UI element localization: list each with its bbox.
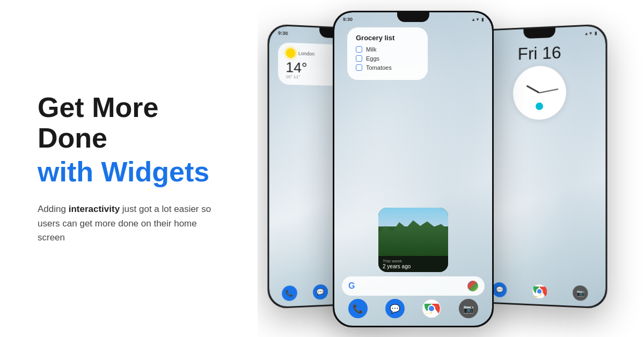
time-left: 9:30 (278, 30, 288, 36)
photo-widget: This week 2 years ago (378, 208, 448, 272)
clock-dot (536, 102, 543, 110)
time-center: 9:30 (343, 17, 353, 22)
grocery-tomatoes: Tomatoes (366, 64, 392, 71)
chrome-icon-center (422, 299, 441, 318)
left-section: Get More Done with Widgets Adding intera… (0, 60, 258, 277)
dock-phone-center[interactable]: 📞 (348, 299, 368, 318)
clock-face (513, 65, 566, 120)
search-bar-center[interactable]: G (342, 276, 485, 296)
clock-widget: Fri 16 (481, 42, 600, 124)
phone-icon-left: 📞 (285, 289, 293, 297)
grocery-milk: Milk (366, 46, 377, 53)
clock-hour-hand (526, 85, 539, 93)
camera-icon-center: 📷 (463, 304, 474, 314)
assistant-button-center[interactable] (467, 281, 478, 291)
phone-right-screen: 9:30 ▲▼ ▮ Fri 16 💬 (476, 25, 606, 307)
notch-right (523, 28, 555, 39)
photo-week: This week (383, 259, 444, 263)
signal-right: ▲▼ (584, 31, 593, 36)
photo-caption: This week 2 years ago (378, 256, 448, 272)
weather-range: 16° 11° (286, 74, 335, 80)
dock-camera-right[interactable]: 📷 (573, 285, 588, 301)
dock-messages-left[interactable]: 💬 (313, 284, 328, 300)
messages-icon-left: 💬 (316, 288, 324, 296)
dock-messages-right[interactable]: 💬 (492, 282, 507, 298)
checkbox-tomatoes[interactable] (356, 64, 362, 71)
grocery-widget: Grocery list Milk Eggs Tomatoes (347, 27, 428, 80)
phone-center-screen: 9:30 ▲▼ ▮ Grocery list Milk Eggs (334, 12, 492, 326)
clock-minute-hand (539, 89, 559, 93)
dock-messages-center[interactable]: 💬 (385, 299, 405, 318)
phones-section: 9:30 ▲ ▼ ▮ London 14° 16° 11° 📞 (258, 0, 644, 337)
grocery-title: Grocery list (356, 34, 419, 42)
grocery-item-1: Milk (356, 46, 419, 53)
weather-sun-icon (286, 48, 295, 58)
subtext-bold: interactivity (69, 204, 120, 214)
headline-line2: with Widgets (38, 157, 225, 187)
messages-icon-right: 💬 (495, 286, 503, 294)
grocery-item-3: Tomatoes (356, 64, 419, 71)
checkbox-milk[interactable] (356, 46, 362, 53)
photo-image (378, 208, 448, 256)
grocery-item-2: Eggs (356, 55, 419, 62)
battery-right: ▮ (595, 31, 597, 35)
status-icons-right: ▲▼ ▮ (584, 31, 597, 36)
dock-phone-left[interactable]: 📞 (282, 285, 297, 302)
dock-chrome-right[interactable] (532, 283, 547, 299)
status-icons-center: ▲▼ ▮ (471, 17, 484, 22)
camera-icon-right: 📷 (576, 289, 584, 297)
phone-center: 9:30 ▲▼ ▮ Grocery list Milk Eggs (333, 11, 494, 327)
dock-camera-center[interactable]: 📷 (459, 299, 478, 318)
subtext: Adding interactivity just got a lot easi… (38, 202, 225, 245)
battery-center: ▮ (481, 17, 484, 22)
phone-icon-center: 📞 (353, 304, 363, 314)
weather-header: London (286, 48, 335, 60)
photo-ago: 2 years ago (383, 263, 444, 269)
phone-right: 9:30 ▲▼ ▮ Fri 16 💬 (474, 24, 608, 309)
checkbox-eggs[interactable] (356, 55, 362, 62)
dock-center: 📞 💬 📷 (340, 299, 487, 318)
grocery-eggs: Eggs (366, 55, 379, 62)
weather-city: London (298, 50, 314, 56)
dock-chrome-center[interactable] (422, 299, 441, 318)
chrome-icon-right (532, 283, 547, 299)
messages-icon-center: 💬 (390, 304, 400, 314)
svg-point-6 (429, 306, 434, 311)
subtext-prefix: Adding (38, 204, 69, 214)
weather-temp: 14° (286, 60, 335, 76)
notch-center (397, 12, 429, 22)
google-g-center: G (348, 281, 355, 291)
headline-line1: Get More Done (38, 92, 225, 153)
signal-center: ▲▼ (471, 17, 480, 22)
